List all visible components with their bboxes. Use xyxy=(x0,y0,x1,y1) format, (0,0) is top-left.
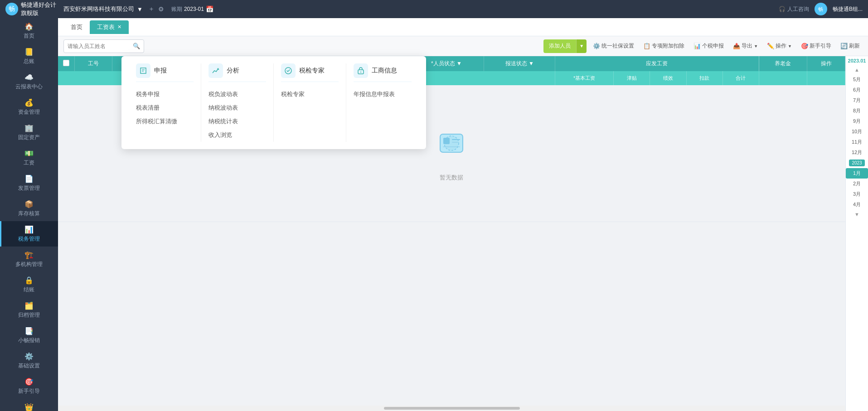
timeline-month-6[interactable]: 6月 xyxy=(846,85,868,95)
analysis-col-title: 分析 xyxy=(227,67,239,75)
tab-salary-table[interactable]: 工资表 ✕ xyxy=(90,20,129,34)
export-icon: 📤 xyxy=(733,43,740,49)
timeline-month-4[interactable]: 4月 xyxy=(846,199,868,210)
sidebar-item-settings[interactable]: ⚙️ 基础设置 xyxy=(0,348,58,373)
individual-tax-label: 个税申报 xyxy=(702,42,724,50)
report-status-filter-icon[interactable]: ▼ xyxy=(529,60,534,67)
service-button[interactable]: 🎧 人工咨询 xyxy=(779,5,809,13)
user-name: 畅捷通B组... xyxy=(833,5,863,13)
dropdown-item-income-browse[interactable]: 收入浏览 xyxy=(209,128,266,142)
sidebar-item-salary[interactable]: 💵 工资 xyxy=(0,145,58,170)
th-total: 合计 xyxy=(723,71,759,85)
company-name: 西安虾米网络科技有限公司 xyxy=(63,5,134,13)
th-pension-sub xyxy=(759,71,807,85)
timeline-month-3[interactable]: 3月 xyxy=(846,189,868,199)
guide-icon: 🎯 xyxy=(24,377,34,386)
special-deduction-btn[interactable]: 📋 专项附加扣除 xyxy=(640,42,687,50)
select-all-checkbox[interactable] xyxy=(63,60,69,66)
th-base-salary: *基本工资 xyxy=(555,71,614,85)
status-filter-icon[interactable]: ▼ xyxy=(456,60,462,67)
tax-icon: 📊 xyxy=(24,225,34,234)
sidebar-item-cloud[interactable]: ☁️ 云报表中心 xyxy=(0,69,58,94)
sidebar-label-cloud: 云报表中心 xyxy=(15,83,43,91)
search-input[interactable] xyxy=(68,43,131,49)
tax-expert-col-icon xyxy=(281,63,296,78)
sidebar-item-assets[interactable]: 🏢 固定资产 xyxy=(0,120,58,145)
sidebar-item-ledger[interactable]: 📒 总账 xyxy=(0,44,58,69)
dropdown-item-tax-table-clear[interactable]: 税表清册 xyxy=(136,101,194,115)
dropdown-item-tax-stats-table[interactable]: 纳税统计表 xyxy=(209,115,266,128)
user-avatar: 畅 xyxy=(815,3,827,15)
business-info-col-icon xyxy=(354,63,368,78)
toolbar: 🔍 添加人员 ▼ ⚙️ 统一社保设置 📋 专项附加扣除 xyxy=(58,36,868,56)
dropdown-col-declaration: 申报 税务申报 税表清册 所得税汇算清缴 xyxy=(129,63,201,142)
multi-icon: 🏗️ xyxy=(24,251,34,259)
timeline-month-12[interactable]: 12月 xyxy=(846,147,868,158)
sidebar-item-report[interactable]: 📑 小畅报销 xyxy=(0,323,58,348)
add-person-button[interactable]: 添加人员 xyxy=(543,39,576,53)
sidebar-item-fund[interactable]: 💰 资金管理 xyxy=(0,94,58,120)
timeline-month-8[interactable]: 8月 xyxy=(846,106,868,116)
timeline-month-11[interactable]: 11月 xyxy=(846,137,868,147)
svg-point-11 xyxy=(360,72,362,73)
th-op: 操作 xyxy=(807,56,845,71)
svg-point-5 xyxy=(444,136,459,150)
guide-btn[interactable]: 🎯 新手引导 xyxy=(798,42,834,50)
assets-icon: 🏢 xyxy=(24,124,34,132)
dropdown-item-income-tax-calc[interactable]: 所得税汇算清缴 xyxy=(136,115,194,128)
horizontal-scrollbar[interactable] xyxy=(58,406,845,411)
dropdown-item-annual-report[interactable]: 年报信息申报表 xyxy=(354,87,412,101)
sidebar-item-close[interactable]: 🔒 结账 xyxy=(0,272,58,297)
dropdown-col-analysis-header: 分析 xyxy=(209,63,266,82)
sidebar-item-archive[interactable]: 🗂️ 归档管理 xyxy=(0,297,58,323)
sidebar-item-guide[interactable]: 🎯 新手引导 xyxy=(0,373,58,399)
calendar-icon[interactable]: 📅 xyxy=(206,5,213,13)
scrollbar-thumb[interactable] xyxy=(384,407,520,410)
dropdown-col-business-info: 工商信息 年报信息申报表 xyxy=(346,63,419,142)
tab-home[interactable]: 首页 xyxy=(63,20,90,34)
social-insurance-btn[interactable]: ⚙️ 统一社保设置 xyxy=(590,42,637,50)
dropdown-item-tax-check-expert[interactable]: 税检专家 xyxy=(281,87,339,101)
refresh-btn[interactable]: 🔄 刷新 xyxy=(838,42,863,50)
sidebar: 🏠 首页 📒 总账 ☁️ 云报表中心 💰 资金管理 🏢 固定资产 💵 工资 📄 … xyxy=(0,18,58,411)
timeline-month-1[interactable]: 1月 xyxy=(846,168,868,179)
th-report-status: 报送状态 ▼ xyxy=(484,56,555,71)
search-icon: 🔍 xyxy=(133,43,140,49)
timeline-month-10[interactable]: 10月 xyxy=(846,126,868,137)
dropdown-col-declaration-header: 申报 xyxy=(136,63,194,82)
th-deduction: 扣款 xyxy=(686,71,723,85)
timeline-month-7[interactable]: 7月 xyxy=(846,95,868,106)
sidebar-label-close: 结账 xyxy=(24,286,34,294)
sidebar-item-inventory[interactable]: 📦 库存核算 xyxy=(0,196,58,221)
timeline-month-9[interactable]: 9月 xyxy=(846,116,868,126)
add-person-dropdown-arrow[interactable]: ▼ xyxy=(576,39,587,53)
th-salary-group: 应发工资 xyxy=(555,56,759,71)
sidebar-item-member[interactable]: 👑 畅会员 xyxy=(0,399,58,411)
timeline-month-2[interactable]: 2月 xyxy=(846,179,868,189)
export-btn[interactable]: 📤 导出 ▼ xyxy=(730,42,761,50)
company-selector[interactable]: 西安虾米网络科技有限公司 ▼ xyxy=(63,5,143,13)
add-company-button[interactable]: ＋ xyxy=(148,5,155,13)
timeline-year-2023[interactable]: 2023 xyxy=(849,160,864,166)
sidebar-item-invoice[interactable]: 📄 发票管理 xyxy=(0,170,58,196)
timeline-up-nav[interactable]: ▲ xyxy=(846,65,868,74)
tab-close-icon[interactable]: ✕ xyxy=(117,24,121,30)
th-checkbox xyxy=(58,56,74,71)
logo-text: 畅捷通好会计 旗舰版 xyxy=(21,1,56,17)
timeline-month-5[interactable]: 5月 xyxy=(846,74,868,85)
sidebar-label-fund: 资金管理 xyxy=(18,109,40,116)
sidebar-item-home[interactable]: 🏠 首页 xyxy=(0,18,58,44)
dropdown-item-tax-payment-table[interactable]: 纳税波动表 xyxy=(209,101,266,115)
sidebar-item-multi[interactable]: 🏗️ 多机构管理 xyxy=(0,247,58,272)
timeline-down-nav[interactable]: ▼ xyxy=(846,210,868,219)
operation-icon: ✏️ xyxy=(767,43,774,49)
sidebar-item-tax[interactable]: 📊 税务管理 xyxy=(0,221,58,247)
dropdown-item-tax-burden-table[interactable]: 税负波动表 xyxy=(209,87,266,101)
logo-sub-text: 旗舰版 xyxy=(21,9,56,17)
individual-tax-btn[interactable]: 📊 个税申报 xyxy=(691,42,727,50)
settings-icon[interactable]: ⚙ xyxy=(158,5,164,13)
header-actions: ＋ ⚙ xyxy=(148,5,164,13)
salary-icon: 💵 xyxy=(24,149,34,158)
dropdown-item-tax-declaration[interactable]: 税务申报 xyxy=(136,87,194,101)
operation-btn[interactable]: ✏️ 操作 ▼ xyxy=(764,42,795,50)
